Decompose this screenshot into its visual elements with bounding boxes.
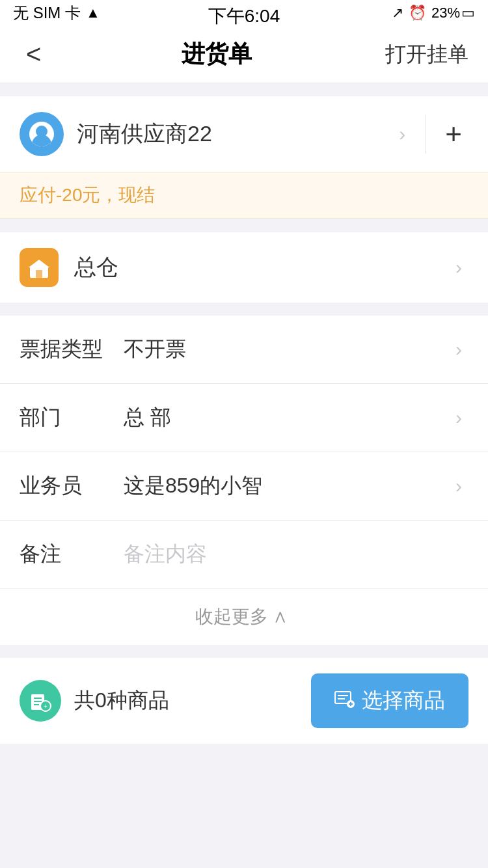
product-count-icon: + [20,680,61,722]
warehouse-card: 总仓 › [0,232,488,303]
salesperson-row[interactable]: 业务员 这是859的小智 › [0,452,488,520]
supplier-name: 河南供应商22 [77,119,399,149]
invoice-chevron-icon: › [455,338,462,360]
dept-chevron-icon: › [455,407,462,429]
remark-label: 备注 [20,540,111,569]
warehouse-chevron-icon: › [455,256,462,278]
warehouse-name: 总仓 [74,252,455,282]
select-product-label: 选择商品 [362,686,445,715]
carrier-text: 无 SIM 卡 [13,3,81,23]
product-count-left: + 共0种商品 [20,680,169,722]
invoice-type-row[interactable]: 票据类型 不开票 › [0,316,488,383]
section-gap-2 [0,219,488,232]
invoice-label: 票据类型 [20,335,111,364]
warehouse-row[interactable]: 总仓 › [0,232,488,303]
section-gap-4 [0,645,488,658]
battery-percent: 23% [431,5,460,21]
product-count-text: 共0种商品 [74,686,169,715]
open-hang-button[interactable]: 打开挂单 [385,40,468,69]
avatar-person-icon [29,122,54,146]
location-icon: ↗ [392,5,403,21]
collapse-label: 收起更多 ∧ [195,604,288,629]
alarm-icon: ⏰ [409,5,426,21]
select-product-icon [334,690,355,712]
invoice-value: 不开票 [111,335,455,364]
supplier-row[interactable]: 河南供应商22 › + [0,96,488,172]
sales-value: 这是859的小智 [111,472,455,500]
remark-row[interactable]: 备注 备注内容 [0,520,488,588]
supplier-chevron-icon: › [399,123,405,145]
section-gap-1 [0,83,488,96]
svg-text:+: + [44,703,47,710]
collapse-toggle[interactable]: 收起更多 ∧ [0,588,488,645]
battery-icon: ▭ [461,5,475,21]
status-bar: 无 SIM 卡 ▲ 下午6:04 ↗ ⏰ 23% ▭ [0,0,488,26]
wifi-icon: ▲ [86,5,100,21]
select-product-button[interactable]: 选择商品 [311,673,468,728]
back-button[interactable]: < [20,33,47,75]
notice-bar: 应付-20元，现结 [0,172,488,219]
bottom-bar: + 共0种商品 选择商品 [0,658,488,744]
warehouse-icon [20,248,59,287]
remark-input[interactable]: 备注内容 [111,540,468,569]
dept-value: 总 部 [111,403,455,432]
form-card: 票据类型 不开票 › 部门 总 部 › 业务员 这是859的小智 › 备注 备注… [0,316,488,645]
gray-fill-area [0,744,488,868]
battery-indicator: 23% ▭ [431,5,475,21]
department-row[interactable]: 部门 总 部 › [0,383,488,452]
svg-rect-3 [36,270,42,278]
status-right: ↗ ⏰ 23% ▭ [392,5,475,21]
section-gap-3 [0,303,488,316]
page-title: 进货单 [182,38,252,70]
dept-label: 部门 [20,403,111,432]
sales-label: 业务员 [20,472,111,500]
notice-text: 应付-20元，现结 [20,185,155,205]
sales-chevron-icon: › [455,475,462,497]
add-supplier-button[interactable]: + [439,118,468,150]
svg-marker-1 [29,260,49,267]
status-time: 下午6:04 [208,4,280,29]
status-carrier: 无 SIM 卡 ▲ [13,3,100,23]
supplier-card: 河南供应商22 › + 应付-20元，现结 [0,96,488,219]
vertical-divider [425,115,426,154]
nav-bar: < 进货单 打开挂单 [0,26,488,83]
supplier-avatar [20,112,64,156]
